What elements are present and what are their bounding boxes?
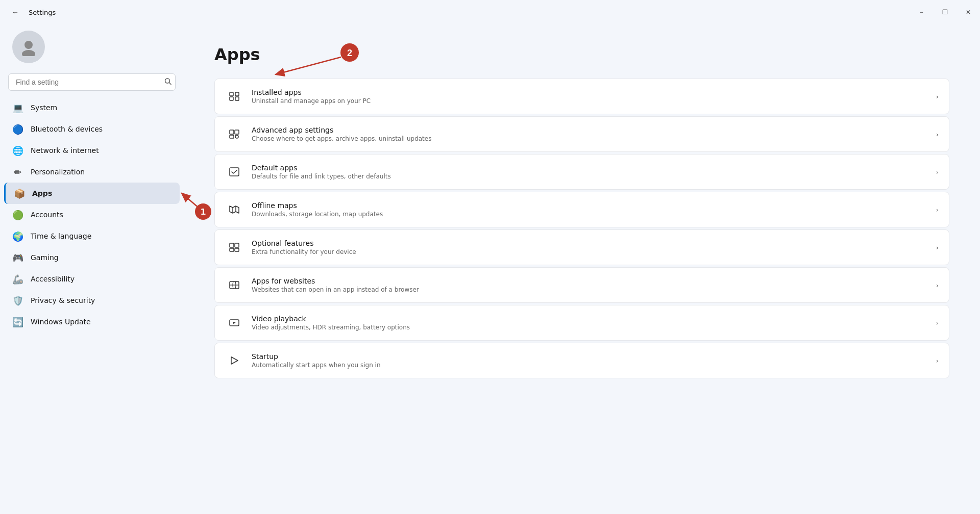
nav-icon-bluetooth: 🔵 [12,123,23,135]
settings-desc-default-apps: Defaults for file and link types, other … [252,173,936,180]
settings-desc-startup: Automatically start apps when you sign i… [252,362,936,369]
settings-item-default-apps[interactable]: Default apps Defaults for file and link … [214,154,949,190]
nav-label-privacy: Privacy & security [31,296,172,304]
settings-text-startup: Startup Automatically start apps when yo… [252,352,936,369]
sidebar-item-apps[interactable]: 📦 Apps [4,183,180,204]
settings-text-optional-features: Optional features Extra functionality fo… [252,239,936,255]
svg-rect-9 [235,130,239,134]
sidebar-item-privacy[interactable]: 🛡️ Privacy & security [4,290,180,311]
nav-icon-update: 🔄 [12,316,23,327]
settings-text-video-playback: Video playback Video adjustments, HDR st… [252,315,936,331]
avatar [12,31,45,63]
settings-title-video-playback: Video playback [252,315,936,323]
settings-icon-startup [225,351,243,370]
nav-label-apps: Apps [32,189,172,197]
settings-icon-default-apps [225,163,243,181]
svg-marker-23 [233,322,236,324]
nav-icon-apps: 📦 [14,188,25,199]
svg-rect-12 [230,168,239,176]
svg-marker-24 [231,357,238,364]
nav-label-update: Windows Update [31,318,172,326]
svg-point-0 [24,41,33,49]
nav-label-personalization: Personalization [31,168,172,176]
settings-list: Installed apps Uninstall and manage apps… [214,79,949,378]
sidebar-item-bluetooth[interactable]: 🔵 Bluetooth & devices [4,118,180,140]
nav-label-time: Time & language [31,232,172,240]
titlebar-left: ← Settings [8,5,56,19]
sidebar-item-system[interactable]: 💻 System [4,97,180,118]
restore-button[interactable]: ❐ [933,4,957,20]
sidebar-item-accessibility[interactable]: 🦾 Accessibility [4,268,180,290]
svg-marker-13 [230,206,239,213]
svg-point-11 [235,135,238,138]
settings-item-advanced-app-settings[interactable]: Advanced app settings Choose where to ge… [214,116,949,152]
settings-item-optional-features[interactable]: Optional features Extra functionality fo… [214,229,949,265]
search-icon-button[interactable] [164,78,172,87]
settings-title-apps-for-websites: Apps for websites [252,277,936,285]
chevron-icon-installed-apps: › [936,93,939,100]
svg-rect-16 [230,243,234,247]
settings-title-startup: Startup [252,352,936,361]
settings-item-offline-maps[interactable]: Offline maps Downloads, storage location… [214,192,949,227]
svg-rect-18 [230,248,234,251]
chevron-icon-optional-features: › [936,244,939,251]
settings-title-advanced-app-settings: Advanced app settings [252,126,936,134]
nav-icon-time: 🌍 [12,230,23,242]
settings-item-apps-for-websites[interactable]: Apps for websites Websites that can open… [214,267,949,303]
nav-list: 💻 System 🔵 Bluetooth & devices 🌐 Network… [4,97,180,332]
svg-point-1 [22,50,35,56]
search-input[interactable] [8,73,176,91]
chevron-icon-apps-for-websites: › [936,281,939,289]
settings-icon-advanced-app-settings [225,125,243,143]
settings-title-optional-features: Optional features [252,239,936,247]
search-box [8,73,176,91]
sidebar-item-personalization[interactable]: ✏️ Personalization [4,161,180,183]
settings-icon-optional-features [225,238,243,256]
settings-title-offline-maps: Offline maps [252,201,936,210]
nav-label-network: Network & internet [31,146,172,155]
settings-icon-installed-apps [225,87,243,106]
svg-rect-5 [235,92,239,96]
nav-icon-privacy: 🛡️ [12,295,23,306]
nav-icon-accessibility: 🦾 [12,273,23,285]
titlebar-controls: − ❐ ✕ [910,4,980,20]
window-title: Settings [29,9,56,16]
settings-icon-apps-for-websites [225,276,243,294]
nav-icon-accounts: 🟢 [12,209,23,220]
svg-rect-17 [235,243,239,247]
chevron-icon-startup: › [936,357,939,365]
nav-icon-network: 🌐 [12,145,23,156]
sidebar: 💻 System 🔵 Bluetooth & devices 🌐 Network… [0,24,184,514]
settings-desc-apps-for-websites: Websites that can open in an app instead… [252,286,936,293]
settings-desc-offline-maps: Downloads, storage location, map updates [252,211,936,218]
nav-label-bluetooth: Bluetooth & devices [31,125,172,133]
sidebar-item-network[interactable]: 🌐 Network & internet [4,140,180,161]
close-button[interactable]: ✕ [957,4,980,20]
settings-desc-installed-apps: Uninstall and manage apps on your PC [252,97,936,105]
sidebar-item-update[interactable]: 🔄 Windows Update [4,311,180,332]
window-frame: ← Settings − ❐ ✕ [0,0,980,514]
nav-icon-personalization: ✏️ [12,166,23,177]
svg-rect-19 [235,248,239,251]
app-body: 💻 System 🔵 Bluetooth & devices 🌐 Network… [0,24,980,514]
minimize-button[interactable]: − [910,4,933,20]
titlebar: ← Settings − ❐ ✕ [0,0,980,24]
chevron-icon-offline-maps: › [936,206,939,214]
sidebar-item-accounts[interactable]: 🟢 Accounts [4,204,180,225]
chevron-icon-advanced-app-settings: › [936,131,939,138]
sidebar-item-gaming[interactable]: 🎮 Gaming [4,247,180,268]
settings-text-installed-apps: Installed apps Uninstall and manage apps… [252,88,936,105]
svg-rect-10 [230,135,234,138]
sidebar-item-time[interactable]: 🌍 Time & language [4,225,180,247]
settings-item-startup[interactable]: Startup Automatically start apps when yo… [214,343,949,378]
settings-icon-offline-maps [225,200,243,219]
nav-icon-system: 💻 [12,102,23,113]
settings-item-installed-apps[interactable]: Installed apps Uninstall and manage apps… [214,79,949,114]
back-button[interactable]: ← [8,5,22,19]
settings-desc-optional-features: Extra functionality for your device [252,248,936,255]
settings-title-installed-apps: Installed apps [252,88,936,96]
chevron-icon-video-playback: › [936,319,939,327]
settings-item-video-playback[interactable]: Video playback Video adjustments, HDR st… [214,305,949,341]
settings-text-apps-for-websites: Apps for websites Websites that can open… [252,277,936,293]
settings-icon-video-playback [225,314,243,332]
